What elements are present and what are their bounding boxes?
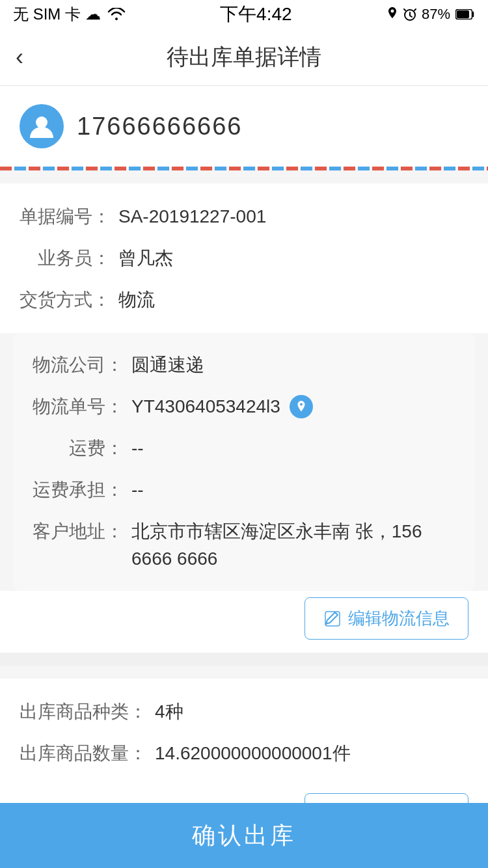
- back-button[interactable]: ‹: [16, 44, 23, 71]
- address-value: 北京市市辖区海淀区永丰南 张，156 6666 6666: [131, 518, 455, 573]
- gray-band-1: [0, 653, 488, 666]
- tracking-location-button[interactable]: [290, 395, 313, 418]
- type-row: 出库商品种类： 4种: [20, 698, 468, 726]
- main-content: 17666666666 单据编号： SA-20191227-001 业务员： 曾…: [0, 86, 488, 868]
- tracking-value-row: YT43064053424l3: [131, 393, 455, 420]
- edit-icon: [323, 610, 342, 628]
- quantity-label: 出库商品数量：: [20, 740, 147, 767]
- company-label: 物流公司：: [33, 351, 124, 379]
- tracking-label: 物流单号：: [33, 393, 124, 420]
- quantity-row: 出库商品数量： 14.620000000000001件: [20, 740, 468, 767]
- map-pin-icon: [295, 400, 308, 413]
- location-status-icon: [386, 7, 398, 21]
- company-row: 物流公司： 圆通速递: [33, 351, 455, 379]
- salesman-label: 业务员：: [20, 245, 111, 272]
- status-left: 无 SIM 卡 ☁: [13, 4, 126, 25]
- freight-label: 运费：: [33, 435, 124, 462]
- freight-value: --: [131, 435, 455, 462]
- order-info-section: 单据编号： SA-20191227-001 业务员： 曾凡杰 交货方式： 物流: [0, 183, 488, 333]
- delivery-value: 物流: [118, 286, 468, 314]
- edit-logistics-button[interactable]: 编辑物流信息: [305, 597, 468, 640]
- confirm-btn-bar[interactable]: 确认出库: [0, 803, 488, 868]
- battery-icon: [455, 9, 475, 20]
- no-sim-label: 无 SIM 卡 ☁: [13, 4, 101, 25]
- freight-row: 运费： --: [33, 435, 455, 462]
- delivery-row: 交货方式： 物流: [20, 286, 468, 314]
- wifi-icon: [107, 8, 126, 21]
- order-no-value: SA-20191227-001: [118, 203, 468, 230]
- page-title: 待出库单据详情: [167, 42, 321, 72]
- svg-point-3: [36, 116, 47, 128]
- nav-bar: ‹ 待出库单据详情: [0, 29, 488, 86]
- freight-bearer-value: --: [131, 476, 455, 504]
- quantity-value: 14.620000000000001件: [155, 740, 468, 767]
- edit-btn-row: 编辑物流信息: [0, 591, 488, 653]
- freight-bearer-row: 运费承担： --: [33, 476, 455, 504]
- outbound-section: 出库商品种类： 4种 出库商品数量： 14.620000000000001件: [0, 679, 488, 787]
- logistics-section: 物流公司： 圆通速递 物流单号： YT43064053424l3 运费： -- …: [13, 333, 475, 591]
- alarm-icon: [403, 7, 416, 21]
- status-bar: 无 SIM 卡 ☁ 下午4:42 87%: [0, 0, 488, 29]
- tracking-row: 物流单号： YT43064053424l3: [33, 393, 455, 420]
- type-label: 出库商品种类：: [20, 698, 147, 726]
- status-time: 下午4:42: [220, 2, 292, 27]
- salesman-row: 业务员： 曾凡杰: [20, 245, 468, 272]
- edit-logistics-label: 编辑物流信息: [348, 607, 450, 630]
- tracking-value: YT43064053424l3: [131, 393, 280, 420]
- user-icon: [27, 112, 56, 141]
- svg-rect-2: [457, 10, 469, 18]
- battery-label: 87%: [422, 6, 450, 23]
- address-label: 客户地址：: [33, 518, 124, 545]
- company-value: 圆通速递: [131, 351, 455, 379]
- delivery-label: 交货方式：: [20, 286, 111, 314]
- freight-bearer-label: 运费承担：: [33, 476, 124, 504]
- order-no-label: 单据编号：: [20, 203, 111, 230]
- user-header: 17666666666: [0, 86, 488, 167]
- order-no-row: 单据编号： SA-20191227-001: [20, 203, 468, 230]
- type-value: 4种: [155, 698, 468, 726]
- user-phone: 17666666666: [77, 113, 242, 141]
- status-right: 87%: [386, 6, 475, 23]
- salesman-value: 曾凡杰: [118, 245, 468, 272]
- address-row: 客户地址： 北京市市辖区海淀区永丰南 张，156 6666 6666: [33, 518, 455, 573]
- confirm-btn-label: 确认出库: [192, 820, 296, 852]
- avatar: [20, 104, 64, 148]
- dashed-divider: [0, 167, 488, 170]
